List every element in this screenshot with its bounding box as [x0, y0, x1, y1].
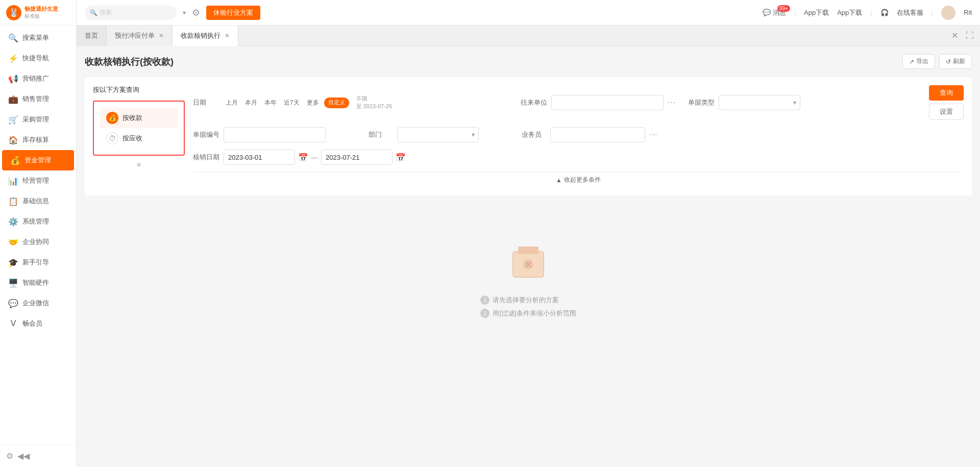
- query-sidebar-collapse-icon[interactable]: »: [93, 160, 185, 169]
- empty-hint-text-2: 用[过滤]条件来缩小分析范围: [493, 309, 576, 318]
- refresh-label: 刷新: [953, 57, 965, 66]
- sidebar-item-智能硬件[interactable]: 🖥️ 智能硬件: [0, 273, 76, 293]
- shortcut-this-month[interactable]: 本月: [243, 97, 259, 108]
- sidebar-item-企业协同[interactable]: 🤝 企业协同: [0, 232, 76, 252]
- tab-writeoff-close[interactable]: ✕: [225, 32, 230, 39]
- export-button[interactable]: ↗ 导出: [902, 54, 935, 69]
- dept-select[interactable]: [397, 127, 479, 142]
- message-button[interactable]: 💬 消息 99+: [763, 8, 786, 17]
- sidebar-item-label: 库存核算: [22, 135, 49, 144]
- query-option-receipt-label: 按收款: [122, 113, 142, 122]
- shortcut-more[interactable]: 更多: [305, 97, 321, 108]
- sidebar-item-icon: ⚙️: [8, 216, 18, 227]
- tab-prepay-close[interactable]: ✕: [159, 32, 164, 39]
- empty-illustration: [503, 236, 554, 287]
- voucher-type-field: 单据类型: [688, 95, 800, 110]
- sidebar-item-新手引导[interactable]: 🎓 新手引导: [0, 252, 76, 273]
- sidebar-item-label: 畅会员: [22, 319, 42, 328]
- app-name: 畅捷通好生意: [24, 5, 58, 13]
- collapse-more-button[interactable]: ▲ 收起更多条件: [193, 172, 964, 187]
- form-row-2: 单据编号 部门 业务员 ···: [193, 127, 964, 142]
- receivable-icon: ⏱: [106, 132, 118, 144]
- sidebar-item-库存核算[interactable]: 🏠 库存核算: [0, 130, 76, 150]
- sidebar-item-icon: 🎓: [8, 257, 18, 267]
- sidebar-item-label: 新手引导: [22, 258, 49, 267]
- query-button[interactable]: 查询: [929, 85, 964, 101]
- shortcut-this-year[interactable]: 本年: [262, 97, 279, 108]
- user-avatar[interactable]: [941, 6, 955, 20]
- tab-expand-icon[interactable]: ⛶: [964, 30, 976, 42]
- date-label: 日期: [193, 98, 217, 107]
- topbar-search[interactable]: 🔍 搜索: [85, 6, 177, 20]
- shortcut-7days[interactable]: 近7天: [282, 97, 302, 108]
- collapse-sidebar-icon[interactable]: ◀◀: [17, 451, 30, 461]
- shortcut-last-month[interactable]: 上月: [224, 97, 240, 108]
- writeoff-date-end-icon[interactable]: 📅: [396, 153, 406, 162]
- form-row-1: 日期 上月 本月 本年 近7天 更多 自定义 不限 至 2023-07-26: [193, 85, 964, 120]
- sidebar-item-label: 企业微信: [22, 299, 49, 308]
- voucher-type-label: 单据类型: [688, 98, 715, 107]
- sidebar-item-搜索菜单[interactable]: 🔍 搜索菜单: [0, 28, 76, 48]
- shortcut-custom[interactable]: 自定义: [324, 97, 349, 108]
- sidebar-item-畅会员[interactable]: V 畅会员: [0, 313, 76, 334]
- tab-writeoff[interactable]: 收款核销执行 ✕: [173, 26, 238, 46]
- app-download-label[interactable]: App下载: [837, 8, 862, 17]
- sidebar-item-营销推广[interactable]: 📢 营销推广: [0, 68, 76, 89]
- tab-home[interactable]: 首页: [77, 26, 107, 46]
- sidebar-item-企业微信[interactable]: 💬 企业微信: [0, 293, 76, 313]
- sidebar-item-label: 资金管理: [24, 156, 51, 165]
- logo-area: 🐰 畅捷通好生意 标准版: [0, 0, 76, 26]
- user-name[interactable]: Rit: [964, 9, 972, 16]
- dept-field: 部门: [369, 127, 479, 142]
- message-icon: 💬: [763, 9, 771, 16]
- search-icon: 🔍: [90, 9, 97, 16]
- online-service-label[interactable]: 在线客服: [897, 8, 923, 17]
- query-option-by-receivable[interactable]: ⏱ 按应收: [100, 128, 178, 149]
- empty-hint-item-2: 2 用[过滤]条件来缩小分析范围: [480, 309, 576, 318]
- writeoff-date-end[interactable]: [321, 150, 393, 165]
- sidebar-item-icon: 📢: [8, 73, 18, 84]
- voucher-no-input[interactable]: [224, 127, 326, 142]
- writeoff-date-start[interactable]: [224, 150, 295, 165]
- empty-hint-text-1: 请先选择要分析的方案: [493, 296, 559, 305]
- sidebar-item-label: 快捷导航: [22, 54, 49, 63]
- query-sidebar-title: 按以下方案查询: [93, 85, 185, 94]
- sidebar-item-label: 经营管理: [22, 176, 49, 185]
- writeoff-date-group: 📅 — 📅: [224, 150, 406, 165]
- counterpart-more-icon[interactable]: ···: [668, 98, 676, 107]
- topbar-dropdown-icon[interactable]: ▾: [183, 9, 186, 16]
- sidebar-item-icon: V: [8, 318, 18, 329]
- query-option-by-receipt[interactable]: 💰 按收款: [100, 108, 178, 128]
- divider3: |: [932, 9, 933, 16]
- sidebar-item-快捷导航[interactable]: ⚡ 快捷导航: [0, 48, 76, 68]
- counterpart-input[interactable]: [551, 95, 664, 110]
- app-download-button[interactable]: App下载: [804, 8, 829, 17]
- staff-more-icon[interactable]: ···: [649, 130, 657, 139]
- tab-prepay[interactable]: 预付冲应付单 ✕: [107, 26, 173, 46]
- page-actions: ↗ 导出 ↺ 刷新: [902, 54, 972, 69]
- settings-icon[interactable]: ⚙: [6, 451, 13, 461]
- date-shortcuts: 上月 本月 本年 近7天 更多 自定义: [224, 97, 349, 108]
- sidebar-item-采购管理[interactable]: 🛒 采购管理: [0, 109, 76, 130]
- sidebar-item-icon: 📊: [8, 176, 18, 186]
- sidebar-item-label: 基础信息: [22, 196, 49, 206]
- query-option-receivable-label: 按应收: [122, 134, 142, 143]
- tab-close-icon[interactable]: ✕: [948, 30, 961, 42]
- sidebar-item-icon: 💼: [8, 94, 18, 104]
- main-content: 🔍 搜索 ▾ ⚙ 休验行业方案 💬 消息 99+ | App下载 App下载 |…: [77, 0, 980, 467]
- sidebar-item-基础信息[interactable]: 📋 基础信息: [0, 191, 76, 211]
- online-service-icon: 🎧: [880, 9, 889, 16]
- industry-solution-button[interactable]: 休验行业方案: [206, 6, 260, 20]
- writeoff-date-start-icon[interactable]: 📅: [298, 153, 308, 162]
- sidebar-item-资金管理[interactable]: 💰 资金管理: [2, 150, 74, 170]
- empty-hint-item-1: 1 请先选择要分析的方案: [480, 296, 576, 305]
- sidebar-item-系统管理[interactable]: ⚙️ 系统管理: [0, 211, 76, 232]
- sidebar-item-经营管理[interactable]: 📊 经营管理: [0, 170, 76, 191]
- settings-button[interactable]: 设置: [929, 104, 964, 120]
- voucher-type-select[interactable]: [719, 95, 800, 110]
- staff-input[interactable]: [550, 127, 645, 142]
- sidebar-item-icon: 🖥️: [8, 278, 18, 288]
- refresh-button[interactable]: ↺ 刷新: [939, 54, 972, 69]
- topbar-gear-icon[interactable]: ⚙: [192, 7, 200, 18]
- sidebar-item-销售管理[interactable]: 💼 销售管理: [0, 89, 76, 109]
